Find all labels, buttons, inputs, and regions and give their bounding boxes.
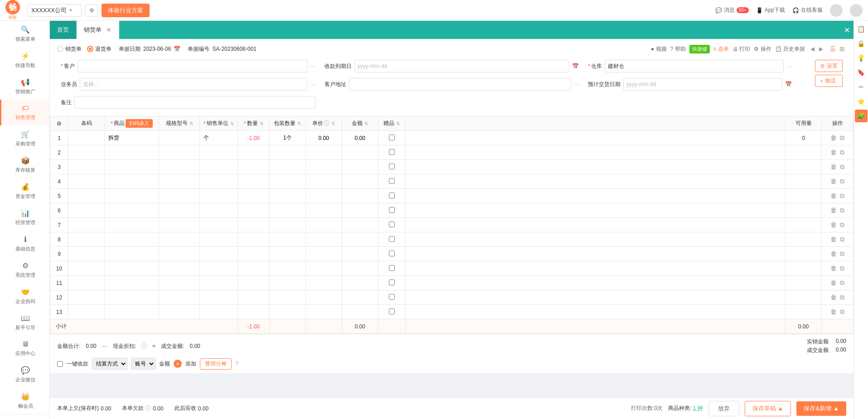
row-copy-btn-5[interactable]: ⧉ — [839, 191, 845, 201]
row-barcode-5[interactable] — [68, 189, 105, 203]
row-product-2[interactable] — [105, 145, 159, 160]
row-remark-13[interactable] — [405, 305, 785, 319]
tab-home[interactable]: 首页 — [50, 21, 77, 39]
one-click-payment-checkbox[interactable] — [57, 361, 63, 367]
row-qty-10[interactable] — [238, 261, 269, 276]
sidebar-item-search[interactable]: 🔍 搜索菜单 — [0, 21, 49, 47]
row-amount-2[interactable] — [342, 145, 378, 160]
row-price-12[interactable] — [305, 290, 342, 305]
payment-method-select[interactable]: 结算方式 — [92, 358, 127, 370]
row-product-10[interactable] — [105, 261, 159, 276]
row-remark-5[interactable] — [405, 189, 785, 203]
toolbar-video[interactable]: ● 视频 — [651, 45, 667, 53]
due-date-input[interactable] — [354, 60, 570, 72]
row-remark-9[interactable] — [405, 247, 785, 261]
date-calendar-icon[interactable]: 📅 — [174, 46, 180, 52]
warehouse-more-icon[interactable]: ··· — [786, 63, 792, 70]
row-amount-4[interactable] — [342, 174, 378, 189]
row-copy-btn-8[interactable]: ⧉ — [839, 235, 845, 244]
toolbar-shortcut[interactable]: 快捷键 — [689, 45, 710, 53]
row-price-4[interactable] — [305, 174, 342, 189]
row-price-1[interactable] — [305, 131, 342, 145]
row-qty-6[interactable] — [238, 203, 269, 218]
row-copy-btn-11[interactable]: ⧉ — [839, 278, 845, 288]
sidebar-settings-btn[interactable]: ⚙ — [8, 417, 20, 419]
row-price-7[interactable] — [305, 218, 342, 232]
row-delete-btn-6[interactable]: 🗑 — [829, 206, 838, 215]
row-spec-3[interactable] — [159, 160, 200, 174]
salesperson-input[interactable] — [80, 78, 307, 91]
row-remark-10[interactable] — [405, 261, 785, 276]
customer-input[interactable] — [78, 60, 307, 72]
add-payment-button[interactable]: + — [174, 360, 182, 368]
row-product-12[interactable] — [105, 290, 159, 305]
row-amount-3[interactable] — [342, 160, 378, 174]
gear-button[interactable]: ⚙ — [85, 4, 98, 17]
right-panel-clipboard[interactable]: 📋 — [855, 23, 868, 35]
row-barcode-4[interactable] — [68, 174, 105, 189]
right-panel-lock[interactable]: 🔒 — [855, 37, 868, 50]
row-remark-11[interactable] — [405, 276, 785, 290]
row-pack-10[interactable] — [269, 261, 305, 276]
row-pack-7[interactable] — [269, 218, 305, 232]
row-barcode-6[interactable] — [68, 203, 105, 218]
row-copy-btn-7[interactable]: ⧉ — [839, 220, 845, 230]
sort-spec-icon[interactable]: ⇅ — [189, 121, 193, 126]
row-qty-2[interactable] — [238, 145, 269, 160]
row-barcode-13[interactable] — [68, 305, 105, 319]
salesperson-more-icon[interactable]: ··· — [310, 81, 315, 88]
row-unit-6[interactable] — [200, 203, 238, 218]
row-qty-13[interactable] — [238, 305, 269, 319]
row-copy-btn-4[interactable]: ⧉ — [839, 177, 845, 186]
row-spec-6[interactable] — [159, 203, 200, 218]
cash-discount-info[interactable]: ⓘ — [141, 342, 147, 350]
row-pack-11[interactable] — [269, 276, 305, 290]
close-all-icon[interactable]: ✕ — [844, 26, 850, 34]
row-spec-9[interactable] — [159, 247, 200, 261]
delivery-calendar-icon[interactable]: 📅 — [785, 81, 792, 87]
row-unit-9[interactable] — [200, 247, 238, 261]
row-pack-5[interactable] — [269, 189, 305, 203]
row-pack-1[interactable] — [269, 131, 305, 145]
row-barcode-3[interactable] — [68, 160, 105, 174]
row-pack-3[interactable] — [269, 160, 305, 174]
row-amount-12[interactable] — [342, 290, 378, 305]
row-amount-8[interactable] — [342, 232, 378, 247]
row-qty-4[interactable] — [238, 174, 269, 189]
row-product-9[interactable] — [105, 247, 159, 261]
row-pack-13[interactable] — [269, 305, 305, 319]
sort-price-icon[interactable]: ⇅ — [331, 121, 335, 126]
row-copy-btn-13[interactable]: ⧉ — [839, 307, 845, 317]
row-price-11[interactable] — [305, 276, 342, 290]
row-amount-10[interactable] — [342, 261, 378, 276]
row-product-7[interactable] — [105, 218, 159, 232]
row-copy-btn-10[interactable]: ⧉ — [839, 264, 845, 273]
nav-prev-icon[interactable]: ◀ — [809, 45, 816, 53]
radio-return[interactable]: 退货单 — [87, 45, 112, 53]
delivery-date-input[interactable] — [623, 78, 782, 91]
toolbar-help[interactable]: ? 帮助 — [670, 45, 686, 53]
row-unit-10[interactable] — [200, 261, 238, 276]
row-amount-1[interactable] — [342, 131, 378, 145]
row-spec-12[interactable] — [159, 290, 200, 305]
row-amount-5[interactable] — [342, 189, 378, 203]
user-avatar2[interactable] — [850, 4, 863, 17]
right-panel-puzzle[interactable]: 🧩 — [855, 110, 868, 122]
row-qty-7[interactable] — [238, 218, 269, 232]
scan-button[interactable]: 扫码录入 — [126, 119, 153, 128]
row-copy-btn-3[interactable]: ⧉ — [839, 162, 845, 172]
row-amount-13[interactable] — [342, 305, 378, 319]
company-selector[interactable]: XXXXXX公司 ▼ — [27, 4, 82, 17]
row-price-8[interactable] — [305, 232, 342, 247]
row-remark-7[interactable] — [405, 218, 785, 232]
row-gift-7[interactable] — [378, 218, 405, 232]
sidebar-item-system[interactable]: ⚙ 系统管理 — [0, 257, 49, 283]
row-remark-12[interactable] — [405, 290, 785, 305]
row-remark-8[interactable] — [405, 232, 785, 247]
row-qty-3[interactable] — [238, 160, 269, 174]
address-more-icon[interactable]: ··· — [574, 81, 579, 88]
row-amount-6[interactable] — [342, 203, 378, 218]
right-panel-edit[interactable]: ✏ — [855, 81, 868, 93]
row-spec-11[interactable] — [159, 276, 200, 290]
row-unit-12[interactable] — [200, 290, 238, 305]
